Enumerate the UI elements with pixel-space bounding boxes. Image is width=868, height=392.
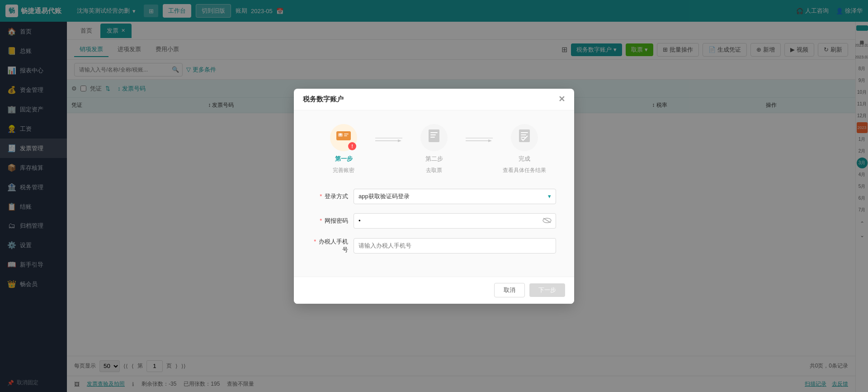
taxpayer-wrap: [354, 238, 556, 253]
step-3-label: 完成: [519, 155, 530, 163]
step-1-icon-wrap: !: [330, 124, 357, 151]
taxpayer-label: * 办税人手机号: [312, 238, 348, 254]
svg-rect-11: [519, 129, 530, 142]
form-row-password: * 网报密码: [312, 213, 556, 229]
form: * 登录方式 app获取验证码登录 ▾ * 网报密码: [312, 189, 556, 254]
svg-rect-8: [430, 134, 436, 135]
dialog-overlay: 税务数字账户 ✕: [0, 0, 868, 392]
step-1-label: 第一步: [335, 155, 353, 163]
eye-toggle-icon[interactable]: [542, 217, 552, 225]
password-input[interactable]: [354, 213, 556, 229]
password-label: * 网报密码: [312, 217, 348, 225]
dialog-footer: 取消 下一步: [294, 277, 574, 304]
step-1-sublabel: 完善账密: [333, 167, 354, 174]
password-wrap: [354, 213, 556, 229]
step-2-label: 第二步: [425, 155, 443, 163]
form-row-login-method: * 登录方式 app获取验证码登录 ▾: [312, 189, 556, 204]
svg-rect-7: [430, 132, 438, 133]
svg-marker-5: [398, 139, 401, 142]
step-2: 第二步 去取票: [402, 124, 466, 174]
svg-rect-4: [344, 135, 347, 136]
svg-rect-14: [521, 137, 525, 138]
step-3-icon: [516, 128, 533, 147]
svg-rect-3: [344, 134, 349, 134]
dialog-close-btn[interactable]: ✕: [558, 95, 565, 103]
cancel-button[interactable]: 取消: [494, 283, 525, 297]
login-method-value: app获取验证码登录: [359, 192, 410, 201]
dropdown-icon: ▾: [548, 193, 551, 200]
step-3-icon-wrap: [511, 124, 538, 151]
steps: ! 第一步 完善账密: [312, 124, 556, 174]
svg-marker-10: [488, 139, 492, 142]
dialog-body: ! 第一步 完善账密: [294, 110, 574, 277]
step-2-icon: [426, 128, 442, 147]
step-1: ! 第一步 完善账密: [312, 124, 375, 174]
taxpayer-input[interactable]: [354, 238, 556, 253]
step-connector-1: [375, 138, 402, 139]
login-method-select[interactable]: app获取验证码登录 ▾: [354, 189, 556, 204]
form-row-taxpayer: * 办税人手机号: [312, 238, 556, 254]
step-2-sublabel: 去取票: [426, 167, 442, 174]
next-button[interactable]: 下一步: [529, 283, 565, 297]
svg-rect-13: [521, 134, 526, 135]
svg-rect-12: [521, 132, 528, 133]
svg-point-2: [340, 134, 342, 136]
dialog-header: 税务数字账户 ✕: [294, 89, 574, 110]
svg-rect-6: [429, 129, 439, 142]
step-2-icon-wrap: [420, 124, 448, 151]
svg-rect-9: [430, 137, 435, 138]
step-3: 完成 查看具体任务结果: [493, 124, 556, 174]
dialog-title: 税务数字账户: [303, 95, 344, 104]
login-method-label: * 登录方式: [312, 192, 348, 201]
step-3-sublabel: 查看具体任务结果: [503, 167, 546, 174]
step-1-badge: !: [348, 142, 356, 150]
step-connector-2: [466, 138, 493, 139]
dialog: 税务数字账户 ✕: [294, 89, 574, 304]
